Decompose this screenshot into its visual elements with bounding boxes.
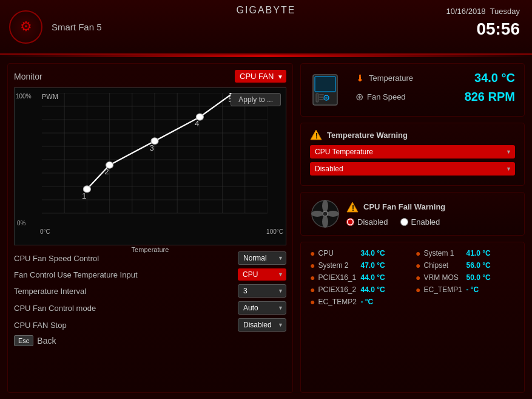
svg-rect-35: [319, 97, 324, 98]
temp-name: Chipset: [423, 261, 463, 270]
fan-fail-card: ! CPU Fan Fail Warning Disabled Enabled: [300, 192, 525, 236]
temp-dot-icon: ●: [310, 261, 315, 270]
temp-dot-icon: ●: [310, 273, 315, 282]
temp-entry: ● EC_TEMP2 - °C: [310, 297, 409, 307]
temp-dot-icon: ●: [310, 248, 315, 258]
thermometer-icon: 🌡: [355, 73, 365, 84]
control-label-2: Temperature Interval: [14, 287, 86, 296]
svg-point-45: [311, 211, 323, 217]
monitor-label: Monitor: [14, 72, 42, 81]
svg-point-43: [327, 211, 339, 217]
status-row: 🌡 Temperature 34.0 °C ⊛ Fan Speed 826 RP…: [310, 71, 515, 109]
fan-fail-warning-icon: !: [346, 202, 359, 213]
chart-x-max: 100°C: [266, 228, 283, 235]
svg-point-22: [106, 162, 113, 168]
temp-name: System 2: [318, 261, 357, 270]
control-row-0: CPU Fan Speed Control Normal: [14, 251, 286, 265]
temp-name: CPU: [318, 249, 357, 257]
fan-icon: ⊛: [355, 91, 363, 103]
time-display: 05:56: [446, 17, 520, 41]
temp-value: 47.0 °C: [360, 261, 385, 270]
temp-warning-title: Temperature Warning: [327, 131, 408, 140]
fan-fail-enabled-option[interactable]: Enabled: [400, 217, 440, 227]
temp-warning-select2[interactable]: Disabled: [310, 162, 515, 176]
fan-fail-disabled-radio[interactable]: [346, 218, 354, 226]
temp-entry: ● CPU 34.0 °C: [310, 248, 409, 258]
temp-dot-icon: ●: [416, 273, 420, 282]
temp-value: 34.0 °C: [360, 249, 385, 257]
control-select-4[interactable]: Disabled: [238, 318, 286, 332]
chart-x-min: 0°C: [40, 228, 50, 235]
control-label-0: CPU Fan Speed Control: [14, 254, 99, 263]
svg-text:3: 3: [150, 144, 154, 152]
esc-button[interactable]: Esc: [14, 335, 33, 346]
svg-point-26: [196, 114, 203, 120]
temperature-label: 🌡 Temperature: [355, 73, 413, 84]
temp-dot-icon: ●: [310, 285, 315, 295]
svg-text:4: 4: [195, 120, 199, 128]
main-content: Monitor CPU FAN PWM Apply to ... 100% 0%…: [0, 57, 532, 399]
fan-fail-enabled-radio[interactable]: [400, 218, 408, 226]
svg-point-46: [323, 211, 328, 216]
control-select-0[interactable]: Normal: [238, 251, 286, 265]
temp-entry: ● System 2 47.0 °C: [310, 261, 409, 270]
temp-entry: ● VRM MOS 50.0 °C: [416, 273, 515, 282]
apply-button[interactable]: Apply to ...: [231, 93, 281, 106]
control-row-2: Temperature Interval 3: [14, 284, 286, 298]
status-card: 🌡 Temperature 34.0 °C ⊛ Fan Speed 826 RP…: [300, 63, 525, 117]
monitor-select[interactable]: CPU FAN: [235, 70, 286, 83]
top-bar: ⚙ Smart Fan 5 GIGABYTE 10/16/2018 Tuesda…: [0, 0, 532, 55]
date-day: 10/16/2018 Tuesday: [446, 6, 520, 17]
control-label-1: Fan Control Use Temperature Input: [14, 270, 138, 279]
svg-point-24: [151, 138, 158, 145]
monitor-row: Monitor CPU FAN: [14, 70, 286, 83]
fan-fail-enabled-label: Enabled: [411, 217, 440, 227]
monitor-select-wrap[interactable]: CPU FAN: [235, 70, 286, 83]
control-select-2[interactable]: 3: [238, 284, 286, 298]
fan-fail-radio-row: Disabled Enabled: [346, 217, 515, 227]
fan-fail-row: ! CPU Fan Fail Warning Disabled Enabled: [310, 199, 515, 229]
module-title: Smart Fan 5: [52, 22, 102, 32]
fan-fail-disabled-label: Disabled: [357, 217, 388, 227]
chart-svg: 1 2 3 4 5: [42, 93, 268, 227]
temp-value: - °C: [360, 298, 373, 306]
chart-y-max: 100%: [16, 93, 32, 100]
fan-fail-header: ! CPU Fan Fail Warning: [346, 202, 515, 213]
svg-rect-36: [319, 99, 324, 100]
temp-entry: ● Chipset 56.0 °C: [416, 261, 515, 270]
temperature-line: 🌡 Temperature 34.0 °C: [355, 71, 515, 85]
fan-fail-title: CPU Fan Fail Warning: [363, 202, 445, 211]
svg-point-20: [83, 186, 90, 193]
temp-value: 44.0 °C: [360, 273, 385, 282]
temp-entry: ● EC_TEMP1 - °C: [416, 285, 515, 295]
control-select-1[interactable]: CPU: [238, 268, 286, 281]
fan-speed-value: 826 RPM: [465, 90, 515, 104]
svg-text:2: 2: [104, 168, 109, 176]
svg-point-42: [322, 200, 328, 212]
chart-y-min: 0%: [17, 220, 25, 227]
fan-fail-content: ! CPU Fan Fail Warning Disabled Enabled: [346, 202, 515, 227]
status-info: 🌡 Temperature 34.0 °C ⊛ Fan Speed 826 RP…: [355, 71, 515, 109]
pwm-label: PWM: [42, 93, 58, 100]
fan-fail-disabled-option[interactable]: Disabled: [346, 217, 388, 227]
temp-entry: ● PCIEX16_2 44.0 °C: [310, 285, 409, 295]
left-panel: Monitor CPU FAN PWM Apply to ... 100% 0%…: [7, 63, 293, 393]
temp-warning-card: ! Temperature Warning CPU Temperature Di…: [300, 123, 525, 186]
control-select-3[interactable]: Auto: [238, 301, 286, 315]
temp-dot-icon: ●: [416, 285, 420, 295]
back-row: Esc Back: [14, 335, 286, 346]
fan-speed-label: ⊛ Fan Speed: [355, 91, 406, 103]
fan-fail-icon: [310, 199, 340, 229]
temp-name: EC_TEMP1: [423, 285, 463, 294]
temp-entry: ● System 1 41.0 °C: [416, 248, 515, 258]
controls-section: CPU Fan Speed Control Normal Fan Control…: [14, 251, 286, 332]
datetime: 10/16/2018 Tuesday 05:56: [446, 6, 520, 41]
svg-rect-37: [316, 94, 318, 102]
temp-name: System 1: [423, 249, 463, 257]
temp-value: 44.0 °C: [360, 285, 385, 294]
warning-triangle-icon: !: [310, 129, 322, 140]
back-label[interactable]: Back: [37, 336, 56, 346]
temp-entry: ● PCIEX16_1 44.0 °C: [310, 273, 409, 282]
temp-warning-select1[interactable]: CPU Temperature: [310, 145, 515, 159]
chart-area: PWM Apply to ... 100% 0% 0°C 100°C: [14, 87, 286, 245]
